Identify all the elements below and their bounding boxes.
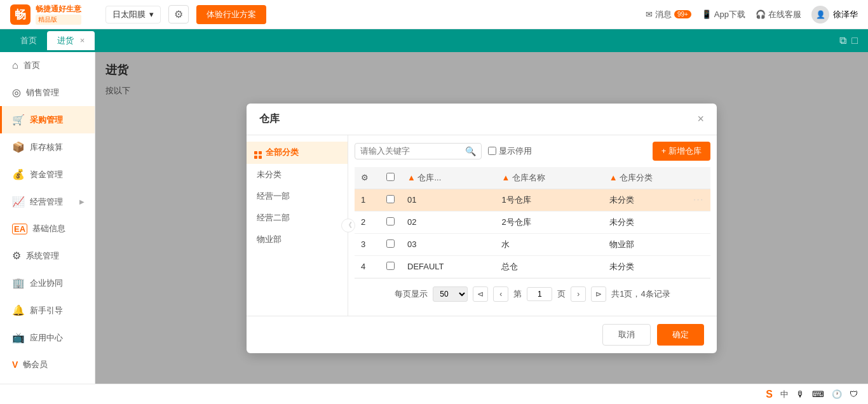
row-category: 未分类: [603, 211, 710, 233]
headset-icon: 🎧: [756, 10, 766, 19]
page-number-input[interactable]: [527, 287, 552, 301]
row-code: DEFAULT: [401, 255, 495, 278]
tab-close-icon[interactable]: ×: [80, 36, 85, 45]
sales-icon: ◎: [12, 86, 21, 98]
expand-icon: ▶: [79, 198, 85, 205]
table-row[interactable]: 2 02 2号仓库 未分类: [355, 211, 710, 233]
confirm-button[interactable]: 确定: [657, 324, 704, 346]
sort-icon-name: ▲: [501, 173, 510, 182]
sidebar-item-basics[interactable]: EA 基础信息: [0, 215, 95, 242]
last-page-button[interactable]: ⊳: [591, 286, 606, 302]
online-service-button[interactable]: 🎧 在线客服: [756, 9, 801, 20]
row-name: 总仓: [495, 255, 602, 278]
category-item-property[interactable]: 物业部: [247, 229, 348, 250]
chevron-down-icon: ▾: [149, 10, 154, 19]
app-download-button[interactable]: 📱 App下载: [702, 9, 745, 20]
table-container: ⚙ ▲ 仓库... ▲ 仓库名称 ▲ 仓库分类: [355, 167, 710, 278]
mic-icon[interactable]: 🎙: [796, 389, 804, 399]
table-row[interactable]: 4 DEFAULT 总仓 未分类: [355, 255, 710, 278]
select-all-checkbox[interactable]: [386, 173, 395, 181]
first-page-button[interactable]: ⊲: [473, 286, 488, 302]
top-header: 畅 畅捷通好生意 精品版 日太阳膜 ▾ ⚙ 体验行业方案 ✉ 消息 99+ 📱 …: [0, 0, 868, 29]
sidebar-item-member[interactable]: V 畅会员: [0, 351, 95, 378]
row-checkbox[interactable]: [386, 195, 395, 203]
show-disabled-checkbox[interactable]: [488, 147, 496, 155]
settings-button[interactable]: ⚙: [168, 5, 189, 24]
cancel-button[interactable]: 取消: [602, 324, 651, 346]
search-input[interactable]: [360, 146, 465, 156]
row-checkbox[interactable]: [386, 217, 395, 226]
tab-purchase[interactable]: 进货 ×: [47, 31, 95, 50]
prev-page-button[interactable]: ‹: [493, 286, 508, 302]
warehouse-table: ⚙ ▲ 仓库... ▲ 仓库名称 ▲ 仓库分类: [355, 167, 710, 278]
row-actions[interactable]: ···: [693, 194, 704, 204]
search-box: 🔍: [355, 143, 482, 159]
collapse-panel-button[interactable]: 《: [341, 219, 355, 232]
row-name: 2号仓库: [495, 211, 602, 233]
row-code: 03: [401, 233, 495, 255]
window-restore-button[interactable]: ⧉: [839, 35, 846, 46]
col-checkbox: [380, 167, 401, 189]
col-name: ▲ 仓库名称: [495, 167, 602, 189]
store-selector[interactable]: 日太阳膜 ▾: [105, 6, 161, 24]
row-num: 3: [355, 233, 380, 255]
category-item-unclassified[interactable]: 未分类: [247, 164, 348, 185]
row-checkbox[interactable]: [386, 262, 395, 270]
clock-icon[interactable]: 🕐: [832, 389, 842, 399]
sidebar-item-appcenter[interactable]: 📺 应用中心: [0, 324, 95, 351]
warehouse-modal: 仓库 × 全部分类 未分类 经营一部 经营二部 物业: [247, 104, 717, 353]
keyboard-icon[interactable]: ⌨: [812, 389, 824, 399]
page-size-select[interactable]: 50 100 200: [433, 286, 468, 302]
modal-body: 全部分类 未分类 经营一部 经营二部 物业部 《 🔍: [247, 135, 717, 316]
all-categories-item[interactable]: 全部分类: [247, 142, 348, 164]
modal-close-button[interactable]: ×: [697, 112, 704, 126]
grid-icon: [254, 147, 262, 159]
sidebar-item-guide[interactable]: 🔔 新手引导: [0, 297, 95, 324]
enterprise-icon: 🏢: [12, 277, 25, 289]
guide-icon: 🔔: [12, 304, 25, 316]
next-page-button[interactable]: ›: [571, 286, 586, 302]
nav-tabs: 首页 进货 × ⧉ □: [0, 29, 868, 52]
table-panel: 🔍 显示停用 + 新增仓库 ⚙: [348, 135, 717, 316]
sidebar-item-enterprise[interactable]: 🏢 企业协同: [0, 269, 95, 297]
basics-icon: EA: [12, 224, 27, 234]
logo-icon: 畅: [10, 4, 31, 25]
sidebar-item-inventory[interactable]: 📦 库存核算: [0, 133, 95, 161]
message-button[interactable]: ✉ 消息 99+: [646, 9, 691, 20]
row-name: 水: [495, 233, 602, 255]
window-maximize-button[interactable]: □: [851, 35, 858, 46]
user-menu[interactable]: 👤 徐泽华: [811, 6, 858, 24]
search-icon[interactable]: 🔍: [465, 146, 476, 156]
category-item-ops2[interactable]: 经营二部: [247, 207, 348, 229]
table-head: ⚙ ▲ 仓库... ▲ 仓库名称 ▲ 仓库分类: [355, 167, 710, 189]
system-icon: ⚙: [12, 250, 21, 262]
sidebar-item-operations[interactable]: 📈 经营管理 ▶: [0, 188, 95, 215]
shield-icon[interactable]: 🛡: [850, 389, 858, 399]
avatar: 👤: [811, 6, 829, 24]
table-row[interactable]: 3 03 水 物业部: [355, 233, 710, 255]
tab-home[interactable]: 首页: [10, 31, 47, 50]
row-checkbox[interactable]: [386, 239, 395, 248]
table-row[interactable]: 1 01 1号仓库 未分类 ···: [355, 189, 710, 211]
phone-icon: 📱: [702, 10, 712, 19]
table-body: 1 01 1号仓库 未分类 ··· 2 0: [355, 189, 710, 278]
category-item-ops1[interactable]: 经营一部: [247, 185, 348, 207]
sidebar-item-sales[interactable]: ◎ 销售管理: [0, 79, 95, 106]
sort-icon: ▲: [407, 173, 416, 182]
col-category: ▲ 仓库分类: [603, 167, 710, 189]
add-warehouse-button[interactable]: + 新增仓库: [653, 142, 710, 161]
appcenter-icon: 📺: [12, 332, 25, 344]
sidebar-item-system[interactable]: ⚙ 系统管理: [0, 242, 95, 269]
sidebar-item-purchase[interactable]: 🛒 采购管理: [0, 106, 95, 133]
chinese-icon: 中: [780, 389, 789, 400]
sidebar: ⌂ 首页 ◎ 销售管理 🛒 采购管理 📦 库存核算 💰 资金管理 📈 经营管理 …: [0, 52, 95, 404]
show-disabled-label[interactable]: 显示停用: [488, 145, 532, 157]
row-category: 物业部: [603, 233, 710, 255]
col-code: ▲ 仓库...: [401, 167, 495, 189]
try-industry-button[interactable]: 体验行业方案: [196, 5, 266, 24]
sidebar-item-home[interactable]: ⌂ 首页: [0, 52, 95, 79]
sidebar-item-finance[interactable]: 💰 资金管理: [0, 161, 95, 188]
pagination: 每页显示 50 100 200 ⊲ ‹ 第 页 › ⊳ 共1页，4条记录: [355, 278, 710, 309]
brand-s-icon: S: [766, 389, 773, 400]
purchase-icon: 🛒: [12, 114, 25, 126]
